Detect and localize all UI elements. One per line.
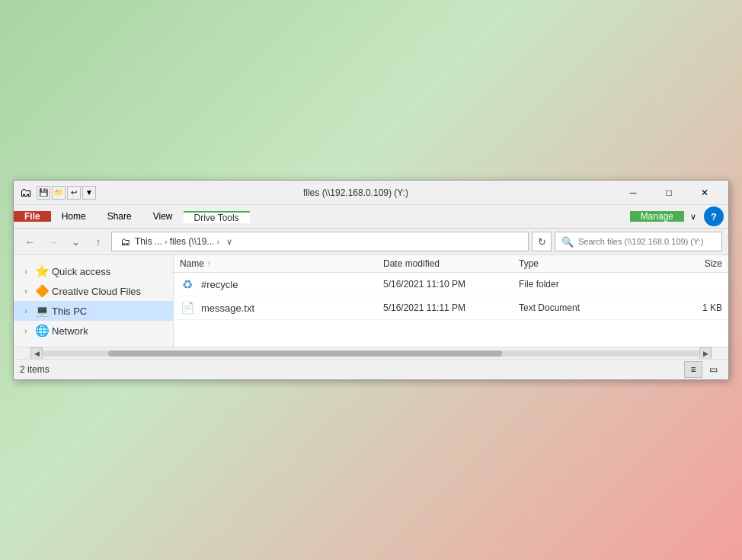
minimize-button[interactable]: ─	[616, 181, 651, 205]
large-icons-view-icon: ▭	[709, 364, 718, 375]
file-row-date-recycle: 5/16/2021 11:10 PM	[383, 279, 519, 290]
help-button[interactable]: ?	[704, 206, 724, 226]
network-icon: 🌐	[35, 324, 49, 338]
file-row-name-recycle: ♻ #recycle	[180, 277, 383, 292]
sidebar-item-this-pc[interactable]: › 💻 This PC	[14, 301, 173, 321]
sidebar-item-network[interactable]: › 🌐 Network	[14, 321, 173, 341]
search-bar[interactable]: 🔍	[555, 232, 722, 251]
col-size[interactable]: Size	[654, 258, 722, 269]
col-name[interactable]: Name ↑	[180, 258, 383, 269]
close-button[interactable]: ✕	[687, 181, 722, 205]
search-input[interactable]	[578, 237, 715, 246]
tab-share[interactable]: Share	[97, 211, 142, 222]
sort-arrow-icon: ↑	[207, 260, 211, 267]
tab-manage[interactable]: Manage	[630, 211, 684, 222]
window-controls: ─ □ ✕	[616, 181, 722, 205]
quick-access-icon: ⭐	[35, 264, 49, 278]
hscroll-left-btn[interactable]: ◀	[30, 347, 43, 360]
creative-cloud-icon: 🔶	[35, 284, 49, 298]
back-button[interactable]: ←	[20, 232, 40, 251]
search-icon: 🔍	[561, 236, 574, 248]
title-bar: 🗂 💾 📁 ↩ ▼ files (\\192.168.0.109) (Y:) ─…	[14, 181, 728, 205]
view-large-icons-btn[interactable]: ▭	[704, 361, 722, 378]
window-title: files (\\192.168.0.109) (Y:)	[96, 187, 616, 198]
status-bar: 2 items ≡ ▭	[14, 359, 728, 379]
tab-file[interactable]: File	[14, 211, 51, 222]
view-toggle-group: ≡ ▭	[684, 361, 722, 378]
breadcrumb-item-this[interactable]: This ...	[135, 236, 162, 247]
file-row-date-message: 5/16/2021 11:11 PM	[383, 302, 519, 313]
sidebar-item-creative-cloud[interactable]: › 🔶 Creative Cloud Files	[14, 281, 173, 301]
tab-home[interactable]: Home	[51, 211, 97, 222]
this-pc-chevron: ›	[20, 307, 32, 315]
refresh-button[interactable]: ↻	[532, 232, 552, 251]
recent-button[interactable]: ⌄	[66, 232, 85, 251]
sidebar: › ⭐ Quick access › 🔶 Creative Cloud File…	[14, 255, 174, 347]
file-list-header: Name ↑ Date modified Type Size	[174, 255, 728, 273]
address-drive-icon: 🗂	[118, 235, 132, 248]
hscroll-track	[43, 350, 699, 357]
file-row-name-message: 📄 message.txt	[180, 300, 383, 315]
recycle-icon: ♻	[180, 277, 195, 292]
ribbon-overflow-btn[interactable]: ∨	[687, 212, 699, 222]
title-bar-overflow-btn[interactable]: ▼	[82, 186, 96, 200]
table-row[interactable]: ♻ #recycle 5/16/2021 11:10 PM File folde…	[174, 273, 728, 296]
col-date[interactable]: Date modified	[383, 258, 519, 269]
forward-button[interactable]: →	[43, 232, 62, 251]
main-content: › ⭐ Quick access › 🔶 Creative Cloud File…	[14, 255, 728, 347]
file-list: Name ↑ Date modified Type Size ♻ #recycl…	[174, 255, 728, 347]
breadcrumb-item-files[interactable]: files (\\19...	[170, 236, 215, 247]
address-expand-btn[interactable]: ∨	[226, 237, 232, 247]
ribbon-tabs: File Home Share View Drive Tools Manage …	[14, 205, 728, 228]
hscroll-right-btn[interactable]: ▶	[699, 347, 712, 360]
address-breadcrumb: This ... › files (\\19... ›	[135, 236, 220, 247]
explorer-window: 🗂 💾 📁 ↩ ▼ files (\\192.168.0.109) (Y:) ─…	[13, 180, 729, 380]
quick-folder-btn[interactable]: 📁	[52, 186, 66, 200]
view-details-btn[interactable]: ≡	[684, 361, 702, 378]
file-row-size-message: 1 KB	[654, 302, 722, 313]
maximize-button[interactable]: □	[651, 181, 686, 205]
txt-file-icon: 📄	[180, 300, 195, 315]
quick-access-label: Quick access	[52, 266, 110, 277]
address-bar[interactable]: 🗂 This ... › files (\\19... › ∨	[111, 232, 529, 251]
this-pc-icon: 💻	[35, 304, 49, 318]
col-type[interactable]: Type	[519, 258, 654, 269]
title-bar-left: 🗂 💾 📁 ↩ ▼	[20, 186, 96, 200]
this-pc-label: This PC	[52, 306, 87, 317]
up-button[interactable]: ↑	[88, 232, 108, 251]
file-row-type-message: Text Document	[519, 302, 654, 313]
address-area: ← → ⌄ ↑ 🗂 This ... › files (\\19... › ∨ …	[14, 229, 728, 255]
tab-drive-tools[interactable]: Drive Tools	[184, 211, 250, 223]
file-row-type-recycle: File folder	[519, 279, 654, 290]
quick-undo-btn[interactable]: ↩	[67, 186, 81, 200]
table-row[interactable]: 📄 message.txt 5/16/2021 11:11 PM Text Do…	[174, 296, 728, 320]
quick-save-btn[interactable]: 💾	[37, 186, 50, 200]
app-icon: 🗂	[20, 187, 32, 199]
hscroll-thumb[interactable]	[108, 350, 502, 357]
creative-cloud-label: Creative Cloud Files	[52, 286, 141, 297]
creative-cloud-chevron: ›	[20, 287, 32, 296]
details-view-icon: ≡	[690, 364, 696, 375]
status-item-count: 2 items	[20, 364, 684, 375]
sidebar-item-quick-access[interactable]: › ⭐ Quick access	[14, 261, 173, 281]
horizontal-scrollbar[interactable]: ◀ ▶	[14, 347, 728, 359]
network-chevron: ›	[20, 327, 32, 335]
quick-access-chevron: ›	[20, 267, 32, 276]
network-label: Network	[52, 325, 88, 337]
ribbon: File Home Share View Drive Tools Manage …	[14, 205, 728, 229]
tab-view[interactable]: View	[142, 211, 184, 222]
